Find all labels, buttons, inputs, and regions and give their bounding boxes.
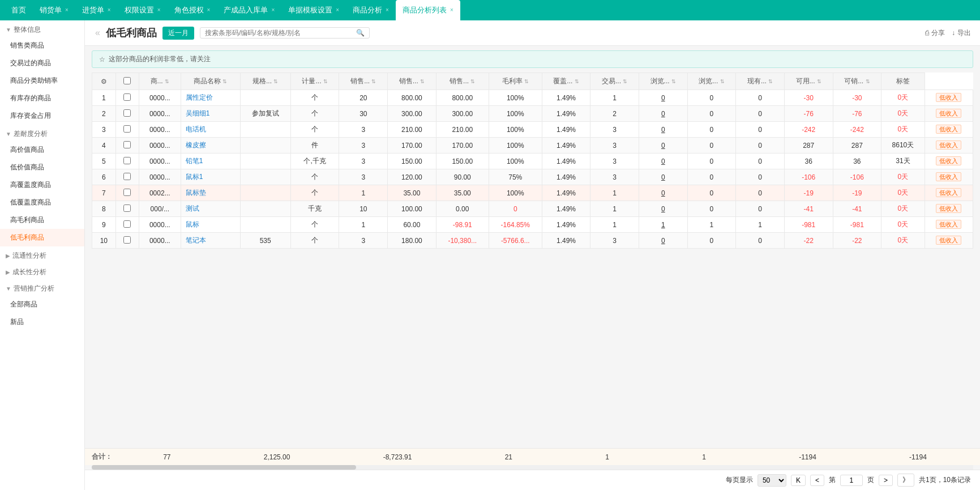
- col-margin-header[interactable]: 毛利率 ⇅: [489, 73, 542, 90]
- page-size-select[interactable]: 50 100 200: [758, 474, 786, 487]
- row-name[interactable]: 橡皮擦: [181, 138, 240, 154]
- sidebar-item-low-value[interactable]: 低价值商品: [0, 159, 84, 176]
- row-transaction: 0: [639, 185, 687, 201]
- row-name[interactable]: 铅笔1: [181, 154, 240, 169]
- nav-close-product-analysis-list[interactable]: ×: [450, 0, 453, 20]
- row-checkbox[interactable]: [115, 201, 139, 217]
- row-checkbox[interactable]: [115, 122, 139, 138]
- last-page-btn[interactable]: 》: [897, 474, 914, 487]
- sidebar-item-inventory-products[interactable]: 有库存的商品: [0, 90, 84, 107]
- sidebar-item-inventory-capital[interactable]: 库存资金占用: [0, 107, 84, 125]
- row-checkbox[interactable]: [115, 185, 139, 201]
- row-name[interactable]: 电话机: [181, 122, 240, 138]
- col-tag-header[interactable]: 标签: [881, 73, 925, 90]
- nav-close-product-entry[interactable]: ×: [271, 0, 275, 20]
- col-qty-header[interactable]: 销售... ⇅: [339, 73, 388, 90]
- nav-close-permissions[interactable]: ×: [157, 0, 161, 20]
- next-page-btn[interactable]: >: [879, 475, 893, 486]
- row-browse2: 0: [736, 185, 785, 201]
- row-code: 0000...: [139, 122, 181, 138]
- col-checkbox-all[interactable]: [115, 73, 139, 90]
- col-amount-header[interactable]: 销售... ⇅: [388, 73, 436, 90]
- sidebar-item-traded-products[interactable]: 交易过的商品: [0, 54, 84, 72]
- row-checkbox[interactable]: [115, 154, 139, 169]
- col-transaction-header[interactable]: 交易... ⇅: [590, 73, 639, 90]
- row-checkbox[interactable]: [115, 90, 139, 106]
- sidebar-item-new-products[interactable]: 新品: [0, 313, 84, 331]
- row-qty: 3: [339, 138, 388, 154]
- row-available: -106: [833, 169, 881, 185]
- collapse-liquidity-icon[interactable]: ▶: [6, 253, 10, 259]
- sidebar-item-all-products[interactable]: 全部商品: [0, 296, 84, 313]
- sidebar-item-high-value[interactable]: 高价值商品: [0, 141, 84, 159]
- sidebar-collapse-btn[interactable]: «: [95, 28, 100, 38]
- nav-product-analysis-list[interactable]: 商品分析列表 ×: [396, 0, 460, 20]
- sidebar-item-low-margin[interactable]: 低毛利商品: [0, 229, 84, 246]
- sidebar-item-high-margin[interactable]: 高毛利商品: [0, 211, 84, 229]
- row-gross-margin: 1.49%: [542, 201, 590, 217]
- row-checkbox[interactable]: [115, 217, 139, 233]
- col-name-header[interactable]: 商品名称 ⇅: [181, 73, 240, 90]
- share-button[interactable]: ⎙ 分享: [925, 28, 945, 38]
- row-checkbox[interactable]: [115, 233, 139, 249]
- sidebar-item-sales-products[interactable]: 销售类商品: [0, 37, 84, 54]
- time-filter-button[interactable]: 近一月: [162, 27, 194, 40]
- current-page-input[interactable]: [840, 475, 863, 486]
- sidebar-item-high-coverage[interactable]: 高覆盖度商品: [0, 176, 84, 194]
- nav-roles[interactable]: 角色授权 ×: [168, 0, 217, 20]
- col-coverage-header[interactable]: 覆盖... ⇅: [542, 73, 590, 90]
- col-current-header[interactable]: 现有... ⇅: [736, 73, 785, 90]
- col-code-header[interactable]: 商... ⇅: [139, 73, 181, 90]
- prev-page-btn[interactable]: <: [810, 475, 824, 486]
- nav-product-entry[interactable]: 产成品入库单 ×: [217, 0, 281, 20]
- row-browse2: 0: [736, 233, 785, 249]
- col-unit-header[interactable]: 计量... ⇅: [290, 73, 339, 90]
- row-name[interactable]: 笔记本: [181, 233, 240, 249]
- nav-sales[interactable]: 销货单 ×: [33, 0, 75, 20]
- row-name[interactable]: 鼠标: [181, 217, 240, 233]
- row-name[interactable]: 属性定价: [181, 90, 240, 106]
- row-coverage: 2: [590, 106, 639, 122]
- nav-close-sales[interactable]: ×: [65, 0, 69, 20]
- table-container[interactable]: ⚙ 商... ⇅ 商品名称 ⇅ 规格... ⇅ 计量... ⇅ 销售... ⇅ …: [85, 73, 980, 448]
- row-checkbox[interactable]: [115, 138, 139, 154]
- horizontal-scrollbar[interactable]: [92, 465, 973, 470]
- col-sellable-header[interactable]: 可销... ⇅: [833, 73, 881, 90]
- col-spec-header[interactable]: 规格... ⇅: [240, 73, 290, 90]
- search-icon[interactable]: 🔍: [356, 29, 365, 37]
- nav-permissions[interactable]: 权限设置 ×: [118, 0, 168, 20]
- row-name[interactable]: 鼠标垫: [181, 185, 240, 201]
- search-input[interactable]: [205, 29, 353, 37]
- scrollbar-thumb[interactable]: [92, 465, 356, 470]
- first-page-btn[interactable]: K: [791, 475, 806, 486]
- nav-purchase[interactable]: 进货单 ×: [75, 0, 118, 20]
- collapse-elasticity-icon[interactable]: ▼: [6, 131, 11, 137]
- sidebar-item-low-coverage[interactable]: 低覆盖度商品: [0, 194, 84, 211]
- collapse-marketing-icon[interactable]: ▼: [6, 286, 11, 292]
- nav-close-template[interactable]: ×: [336, 0, 339, 20]
- collapse-overall-icon[interactable]: ▼: [6, 27, 11, 33]
- export-button[interactable]: ↓ 导出: [952, 28, 971, 38]
- row-checkbox[interactable]: [115, 169, 139, 185]
- row-spec: [240, 154, 290, 169]
- collapse-growth-icon[interactable]: ▶: [6, 269, 10, 275]
- sidebar-group-marketing: ▼ 营销推广分析: [0, 279, 84, 296]
- col-available-header[interactable]: 可用... ⇅: [784, 73, 833, 90]
- nav-home[interactable]: 首页: [5, 0, 33, 20]
- nav-close-product-analysis[interactable]: ×: [386, 0, 389, 20]
- col-browse2-header[interactable]: 浏览... ⇅: [687, 73, 736, 90]
- row-name[interactable]: 吴细细1: [181, 106, 240, 122]
- sidebar-group-liquidity[interactable]: ▶ 流通性分析: [0, 246, 84, 263]
- row-name[interactable]: 鼠标1: [181, 169, 240, 185]
- col-profit-header[interactable]: 销售... ⇅: [436, 73, 489, 90]
- col-settings[interactable]: ⚙: [92, 73, 116, 90]
- nav-close-roles[interactable]: ×: [207, 0, 211, 20]
- row-name[interactable]: 测试: [181, 201, 240, 217]
- sidebar-item-category-rate[interactable]: 商品分类助销率: [0, 72, 84, 90]
- sidebar-group-growth[interactable]: ▶ 成长性分析: [0, 263, 84, 279]
- row-checkbox[interactable]: [115, 106, 139, 122]
- col-browse1-header[interactable]: 浏览... ⇅: [639, 73, 687, 90]
- nav-close-purchase[interactable]: ×: [108, 0, 111, 20]
- nav-template[interactable]: 单据模板设置 ×: [281, 0, 346, 20]
- nav-product-analysis[interactable]: 商品分析 ×: [346, 0, 396, 20]
